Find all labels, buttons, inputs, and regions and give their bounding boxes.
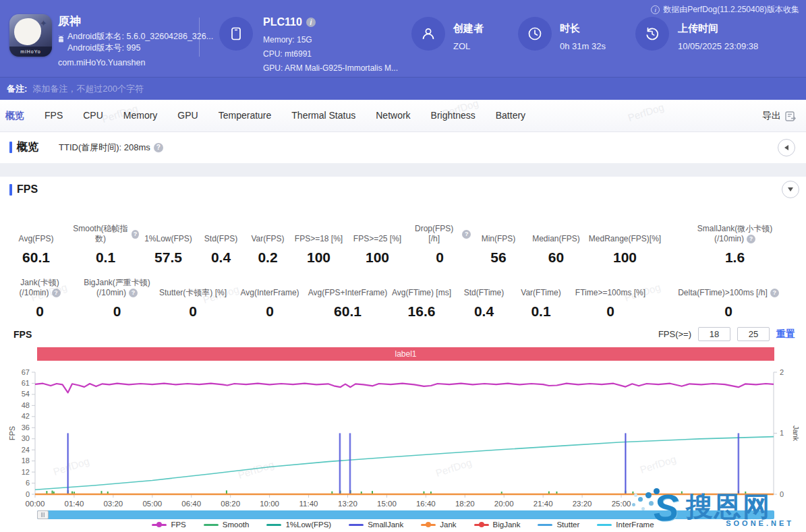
upload-time-value: 10/05/2025 23:09:38 <box>678 41 758 51</box>
stat-value: 56 <box>490 249 506 266</box>
app-version-name: Android版本名: 5.6.0_32604286_326... <box>67 31 213 42</box>
tab-Memory[interactable]: Memory <box>123 110 158 122</box>
svg-text:06:40: 06:40 <box>181 500 201 508</box>
tab-Brightness[interactable]: Brightness <box>431 110 476 122</box>
stat-label: Avg(InterFrame) <box>240 276 299 298</box>
device-specs: Memory: 15G CPU: mt6991 GPU: ARM Mali-G9… <box>263 33 398 76</box>
legend-item-Smooth[interactable]: Smooth <box>204 521 250 529</box>
svg-text:0: 0 <box>780 490 784 498</box>
stat-label: Drop(FPS) [/h]? <box>409 223 471 244</box>
legend-item-InterFrame[interactable]: InterFrame <box>597 521 654 529</box>
svg-text:21:40: 21:40 <box>534 500 553 508</box>
app-icon-face <box>14 18 41 45</box>
ttid-help-icon[interactable]: ? <box>154 143 163 152</box>
stat-Min(FPS): Min(FPS)56 <box>471 223 526 266</box>
legend-label: BigJank <box>493 521 521 529</box>
legend-item-1%Low(FPS)[interactable]: 1%Low(FPS) <box>266 521 331 529</box>
tab-Battery[interactable]: Battery <box>496 110 525 122</box>
section-accent-bar <box>9 142 12 153</box>
svg-text:24: 24 <box>22 446 30 454</box>
fps-filter-controls: FPS(>=) 重置 <box>658 327 795 341</box>
legend-item-FPS[interactable]: FPS <box>152 521 185 529</box>
help-icon[interactable]: ? <box>132 230 139 239</box>
svg-text:42: 42 <box>22 412 30 420</box>
device-cpu: CPU: mt6991 <box>263 47 398 61</box>
legend-marker <box>266 524 281 526</box>
stat-1%Low(FPS): 1%Low(FPS)57.5 <box>139 223 198 266</box>
svg-text:61: 61 <box>22 379 30 387</box>
overview-title: 概览 <box>17 140 38 154</box>
reset-button[interactable]: 重置 <box>776 328 795 341</box>
stat-value: 0 <box>724 303 732 320</box>
device-gpu: GPU: ARM Mali-G925-Immortalis M... <box>263 61 398 76</box>
legend-item-Stutter[interactable]: Stutter <box>538 521 579 529</box>
creator-icon <box>411 17 445 51</box>
legend-marker <box>349 524 364 526</box>
export-label: 导出 <box>762 110 781 122</box>
stat-value: 16.6 <box>408 303 436 320</box>
tab-FPS[interactable]: FPS <box>45 110 63 122</box>
fps-threshold-input-2[interactable] <box>737 327 770 341</box>
fps-collapse-button[interactable] <box>782 181 799 198</box>
stat-value: 0.1 <box>531 303 550 320</box>
tab-概览[interactable]: 概览 <box>5 110 24 122</box>
legend-label: 1%Low(FPS) <box>285 521 331 529</box>
legend-item-Jank[interactable]: Jank <box>421 521 456 529</box>
note-bar[interactable]: 备注: 添加备注，不超过200个字符 <box>0 77 806 100</box>
stat-label: Std(FPS) <box>204 223 237 244</box>
device-name-row: PLC110 i <box>263 16 316 28</box>
ttid-value: TTID(首屏时间): 208ms <box>59 142 150 154</box>
legend-item-BigJank[interactable]: BigJank <box>474 521 521 529</box>
svg-text:18:20: 18:20 <box>455 500 475 508</box>
svg-text:Jank: Jank <box>792 425 800 442</box>
stat-label: Std(FTime) <box>464 276 505 298</box>
tab-Thermal Status[interactable]: Thermal Status <box>291 110 355 122</box>
stat-FPS>=18 [%]: FPS>=18 [%]100 <box>291 223 346 266</box>
stat-FPS>=25 [%]: FPS>=25 [%]100 <box>346 223 409 266</box>
stat-value: 0 <box>606 303 614 320</box>
help-icon[interactable]: ? <box>747 235 755 243</box>
svg-text:10:00: 10:00 <box>260 500 279 508</box>
fps-threshold-input-1[interactable] <box>698 327 730 341</box>
chart-label-band: label1 <box>37 347 774 361</box>
help-icon[interactable]: ? <box>770 289 779 297</box>
creator-label: 创建者 <box>453 22 484 35</box>
chart-scrollbar-handle[interactable] <box>37 510 49 519</box>
tab-CPU[interactable]: CPU <box>83 110 103 122</box>
upload-time-label: 上传时间 <box>678 22 718 35</box>
tab-Network[interactable]: Network <box>376 110 410 122</box>
stat-label: Min(FPS) <box>482 223 516 244</box>
help-icon[interactable]: ? <box>462 230 471 239</box>
stat-Delta(FTime)>100ms [/h]: Delta(FTime)>100ms [/h]?0 <box>651 276 806 320</box>
upload-time-icon <box>635 17 669 51</box>
stat-Std(FPS): Std(FPS)0.4 <box>198 223 244 266</box>
stat-Avg(InterFrame): Avg(InterFrame)0 <box>231 276 308 320</box>
stat-label: FTime>=100ms [%] <box>575 276 645 298</box>
tab-Temperature[interactable]: Temperature <box>219 110 272 122</box>
help-icon[interactable]: ? <box>129 289 138 297</box>
stat-label: Median(FPS) <box>532 223 580 244</box>
stat-value: 60.1 <box>334 303 362 320</box>
overview-collapse-button[interactable] <box>778 139 795 156</box>
stat-label: Var(FPS) <box>251 223 284 244</box>
svg-text:01:40: 01:40 <box>65 500 84 508</box>
header-divider <box>199 18 200 57</box>
info-icon: i <box>651 5 660 14</box>
chart-scrollbar-track[interactable] <box>37 510 774 519</box>
stat-label: MedRange(FPS)[%] <box>589 223 661 244</box>
fps-stats-row-2: Jank(卡顿)(/10min)?0BigJank(严重卡顿)(/10min)?… <box>0 276 806 320</box>
legend-label: SmallJank <box>368 521 403 529</box>
device-info-icon[interactable]: i <box>306 18 316 27</box>
help-icon[interactable]: ? <box>52 289 61 297</box>
legend-item-SmallJank[interactable]: SmallJank <box>349 521 403 529</box>
tab-GPU[interactable]: GPU <box>177 110 198 122</box>
stat-value: 0.4 <box>474 303 494 320</box>
duration-value: 0h 31m 32s <box>560 41 606 51</box>
legend-marker <box>152 524 167 526</box>
tab-bar: 概览FPSCPUMemoryGPUTemperatureThermal Stat… <box>0 100 806 132</box>
collect-note: i 数据由PerfDog(11.2.250408)版本收集 <box>651 4 799 16</box>
svg-text:67: 67 <box>22 368 30 376</box>
export-button[interactable]: 导出 <box>762 100 797 132</box>
stat-MedRange(FPS)[%]: MedRange(FPS)[%]100 <box>586 223 664 266</box>
fps-chart-title: FPS <box>13 329 32 340</box>
